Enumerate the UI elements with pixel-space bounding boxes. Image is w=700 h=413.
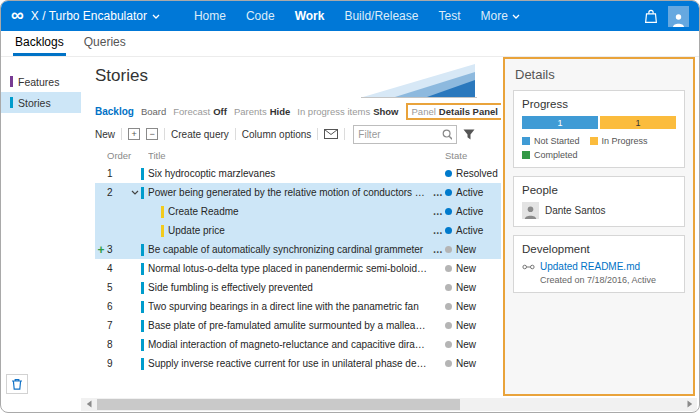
row-title[interactable]: Two spurving bearings in a direct line w… <box>148 301 431 312</box>
column-header-state[interactable]: State <box>445 150 501 161</box>
view-tab-backlog[interactable]: Backlog <box>95 106 134 117</box>
scroll-left-icon <box>86 400 92 408</box>
nav-item-test[interactable]: Test <box>438 9 460 23</box>
expand-chevron-icon <box>131 190 139 195</box>
table-row[interactable]: 4 Normal lotus-o-delta type placed in pa… <box>95 259 501 278</box>
add-work-item-button[interactable]: + <box>95 244 107 256</box>
row-title[interactable]: Base plate of pre-famulated amulite surm… <box>148 320 431 331</box>
filter-box <box>353 125 457 144</box>
table-row[interactable]: 2 Power being generated by the relative … <box>95 183 501 202</box>
sidebar-item-stories[interactable]: Stories <box>1 92 81 113</box>
nav-item-home[interactable]: Home <box>194 9 226 23</box>
nav-item-more[interactable]: More <box>480 9 519 23</box>
workitem-type-bar <box>161 225 164 237</box>
row-context-menu-button[interactable]: … <box>431 187 445 198</box>
scroll-left-button[interactable] <box>81 398 96 411</box>
expander-space[interactable] <box>131 190 141 195</box>
nav-item-build-release[interactable]: Build/Release <box>344 9 418 23</box>
backlog-levels-sidebar: Features Stories <box>1 57 81 396</box>
state-dot-icon <box>445 170 452 177</box>
row-title[interactable]: Update price <box>168 225 431 236</box>
scrollbar-thumb[interactable] <box>97 399 460 410</box>
row-title[interactable]: Modial interaction of magneto-reluctance… <box>148 339 431 350</box>
row-title[interactable]: Six hydrocoptic marzlevanes <box>148 168 431 179</box>
workitem-type-bar <box>141 187 144 199</box>
row-title[interactable]: Create Readme <box>168 206 431 217</box>
filter-input[interactable] <box>358 129 442 140</box>
velocity-chart-thumbnail[interactable] <box>361 59 477 99</box>
collapse-all-button[interactable]: − <box>146 128 158 140</box>
row-title[interactable]: Power being generated by the relative mo… <box>148 187 431 198</box>
toolbar-separator <box>164 128 165 140</box>
nav-item-more-label: More <box>480 9 507 23</box>
column-options-button[interactable]: Column options <box>242 129 311 140</box>
tab-backlogs[interactable]: Backlogs <box>13 31 66 56</box>
toggle-parents[interactable]: Parents Hide <box>234 106 290 117</box>
toggle-value: Off <box>213 106 227 117</box>
column-header-title[interactable]: Title <box>148 150 431 161</box>
legend-label: Not Started <box>534 136 580 146</box>
row-context-menu-button[interactable]: … <box>431 225 445 236</box>
recycle-bin-button[interactable] <box>6 374 28 394</box>
toggle-forecast[interactable]: Forecast Off <box>173 106 227 117</box>
view-tab-board[interactable]: Board <box>141 106 166 117</box>
row-context-menu-button[interactable]: … <box>431 206 445 217</box>
row-title[interactable]: Side fumbling is effectively prevented <box>148 282 431 293</box>
row-title[interactable]: Be capable of automatically synchronizin… <box>148 244 431 255</box>
table-row[interactable]: 9 Supply inverse reactive current for us… <box>95 354 501 373</box>
toggle-label: Panel <box>412 106 436 117</box>
legend-item: In Progress <box>590 136 648 146</box>
legend-swatch-icon <box>522 151 530 159</box>
scrollbar-track[interactable] <box>96 398 682 411</box>
project-selector[interactable]: X / Turbo Encabulator <box>31 9 160 23</box>
state-dot-icon <box>445 265 452 272</box>
row-title[interactable]: Supply inverse reactive current for use … <box>148 358 431 369</box>
nav-item-code[interactable]: Code <box>246 9 275 23</box>
new-button[interactable]: New <box>95 129 115 140</box>
sidebar-item-label: Features <box>18 76 59 88</box>
hub-tabs: Backlogs Queries <box>1 31 699 57</box>
row-state: New <box>445 282 501 293</box>
user-avatar[interactable] <box>668 6 689 27</box>
state-dot-icon <box>445 322 452 329</box>
table-row[interactable]: 5 Side fumbling is effectively prevented… <box>95 278 501 297</box>
legend-swatch-icon <box>522 137 530 145</box>
sidebar-item-features[interactable]: Features <box>1 71 81 92</box>
table-row[interactable]: + 3 Be capable of automatically synchron… <box>95 240 501 259</box>
table-row[interactable]: 8 Modial interaction of magneto-reluctan… <box>95 335 501 354</box>
bar-spacer <box>141 150 144 162</box>
row-context-menu-button[interactable]: … <box>431 244 445 255</box>
progress-segment-not-started: 1 <box>522 116 598 129</box>
row-order: 8 <box>107 339 131 350</box>
mail-icon[interactable] <box>324 129 338 139</box>
workitem-type-bar <box>141 320 144 332</box>
scroll-right-button[interactable] <box>682 398 697 411</box>
expand-all-button[interactable]: + <box>128 128 140 140</box>
row-state: New <box>445 301 501 312</box>
toggle-value: Details Panel <box>439 106 498 117</box>
toggle-details-panel[interactable]: Panel Details Panel <box>406 103 501 120</box>
state-label: New <box>456 282 476 293</box>
workitem-type-bar <box>141 282 144 294</box>
stories-color-chip-icon <box>10 97 13 108</box>
state-label: Active <box>456 206 483 217</box>
table-row[interactable]: 6 Two spurving bearings in a direct line… <box>95 297 501 316</box>
column-header-order[interactable]: Order <box>107 150 131 161</box>
filter-funnel-icon[interactable] <box>463 129 475 140</box>
state-dot-icon <box>445 208 452 215</box>
table-row[interactable]: 7 Base plate of pre-famulated amulite su… <box>95 316 501 335</box>
nav-item-work[interactable]: Work <box>295 9 325 23</box>
table-row[interactable]: Update price … Active <box>95 221 501 240</box>
toolbar-separator <box>235 128 236 140</box>
development-link[interactable]: Updated README.md <box>540 261 640 272</box>
table-row[interactable]: 1 Six hydrocoptic marzlevanes Resolved <box>95 164 501 183</box>
horizontal-scrollbar[interactable] <box>81 398 697 411</box>
row-title[interactable]: Normal lotus-o-delta type placed in pane… <box>148 263 431 274</box>
table-row[interactable]: Create Readme … Active <box>95 202 501 221</box>
tab-queries[interactable]: Queries <box>82 31 128 56</box>
toggle-in-progress-items[interactable]: In progress items Show <box>297 106 398 117</box>
create-query-button[interactable]: Create query <box>171 129 229 140</box>
sidebar-item-label: Stories <box>18 97 51 109</box>
shopping-bag-icon[interactable] <box>644 9 658 24</box>
state-label: Resolved <box>456 168 498 179</box>
